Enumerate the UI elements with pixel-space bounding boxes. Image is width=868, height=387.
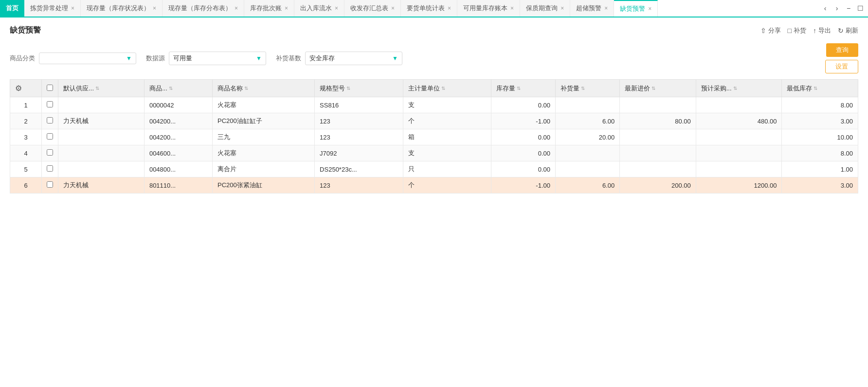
- table-row: 1 0000042 火花塞 SS816 支 0.00 8.00: [10, 97, 858, 113]
- col-checkbox[interactable]: [42, 80, 58, 97]
- page-content: 缺货预警 ⇧ 分享 □ 补货 ↑ 导出 ↻ 刷新 商品分类: [0, 18, 868, 387]
- col-item-name-sort-icon[interactable]: ⇅: [244, 86, 248, 91]
- tab-available-label: 可用量库存账本: [463, 4, 507, 13]
- col-stock-sort-icon[interactable]: ⇅: [517, 86, 521, 91]
- tab-exception-label: 拣货异常处理: [30, 4, 68, 13]
- replenish-button[interactable]: □ 补货: [788, 26, 806, 35]
- row-item-name-2: PC200油缸缸子: [213, 113, 315, 129]
- tab-shortage[interactable]: 缺货预警 ×: [614, 0, 658, 17]
- tab-inventory-dist-close[interactable]: ×: [235, 5, 238, 12]
- table-row: 6 力天机械 801110... PC200张紧油缸 123 个 -1.00 6…: [10, 177, 858, 194]
- filter-datasource-select[interactable]: 可用量 ▼: [169, 52, 266, 65]
- col-replenish-sort-icon[interactable]: ⇅: [581, 86, 585, 91]
- row-est-purchase-1: [696, 97, 782, 113]
- row-replenish-5: [555, 161, 619, 177]
- row-item-name-5: 离合片: [213, 161, 315, 177]
- col-est-purchase-sort-icon[interactable]: ⇅: [733, 86, 737, 91]
- tab-overstock-close[interactable]: ×: [604, 5, 608, 12]
- row-stock-6: -1.00: [491, 177, 555, 194]
- filter-datasource-group: 数据源 可用量 ▼: [146, 52, 266, 65]
- col-item-code-sort-icon[interactable]: ⇅: [169, 86, 173, 91]
- tab-home[interactable]: 首页: [0, 0, 24, 17]
- select-all-checkbox[interactable]: [47, 85, 53, 91]
- tab-maximize[interactable]: ☐: [854, 2, 866, 14]
- tab-expiry-close[interactable]: ×: [561, 5, 564, 12]
- row-checkbox-1[interactable]: [42, 97, 58, 113]
- tab-inout[interactable]: 出入库流水 ×: [294, 0, 344, 17]
- filter-category-select[interactable]: ▼: [39, 53, 136, 64]
- table-header-row: ⚙ 默认供应... ⇅ 商品... ⇅: [10, 80, 858, 97]
- row-unit-5: 只: [403, 161, 491, 177]
- row-check-4[interactable]: [47, 149, 53, 156]
- tab-receipt[interactable]: 收发存汇总表 ×: [344, 0, 401, 17]
- tab-inventory-status-close[interactable]: ×: [153, 5, 156, 12]
- tab-inventory-dist-label: 现存量（库存分布表）: [168, 4, 232, 13]
- tab-inventory-dist[interactable]: 现存量（库存分布表） ×: [163, 0, 244, 17]
- row-num-1: 1: [10, 97, 42, 113]
- header-actions: ⇧ 分享 □ 补货 ↑ 导出 ↻ 刷新: [760, 26, 858, 35]
- tab-inout-close[interactable]: ×: [335, 5, 338, 12]
- row-supplier-3: [58, 129, 145, 145]
- row-checkbox-4[interactable]: [42, 145, 58, 161]
- tab-shortage-close[interactable]: ×: [648, 5, 651, 12]
- row-stock-2: -1.00: [491, 113, 555, 129]
- tab-expiry[interactable]: 保质期查询 ×: [520, 0, 570, 17]
- row-num-4: 4: [10, 145, 42, 161]
- row-check-5[interactable]: [47, 165, 53, 172]
- row-min-stock-3: 10.00: [782, 129, 858, 145]
- col-min-stock-label: 最低库存: [787, 84, 812, 93]
- row-num-2: 2: [10, 113, 42, 129]
- tab-available-close[interactable]: ×: [510, 5, 514, 12]
- tab-scroll-right[interactable]: ›: [831, 2, 843, 14]
- export-button[interactable]: ↑ 导出: [813, 26, 831, 35]
- col-spec-sort-icon[interactable]: ⇅: [346, 86, 350, 91]
- tab-receipt-close[interactable]: ×: [391, 5, 395, 12]
- row-checkbox-3[interactable]: [42, 129, 58, 145]
- col-supplier-sort-icon[interactable]: ⇅: [95, 86, 99, 91]
- col-latest-price-sort-icon[interactable]: ⇅: [651, 86, 655, 91]
- row-check-3[interactable]: [47, 133, 53, 140]
- col-unit-sort-icon[interactable]: ⇅: [441, 86, 445, 91]
- tab-scroll-left[interactable]: ‹: [819, 2, 831, 14]
- filter-replenish-base-label: 补货基数: [276, 54, 301, 63]
- tab-order-stats-close[interactable]: ×: [448, 5, 451, 12]
- tab-exception-close[interactable]: ×: [71, 5, 74, 12]
- row-checkbox-6[interactable]: [42, 177, 58, 194]
- col-item-name: 商品名称 ⇅: [213, 80, 315, 97]
- tab-overstock[interactable]: 超储预警 ×: [570, 0, 614, 17]
- tab-nav-buttons: ‹ › − ☐: [819, 2, 868, 14]
- table-settings-icon[interactable]: ⚙: [15, 84, 22, 92]
- row-check-1[interactable]: [47, 101, 53, 107]
- row-checkbox-5[interactable]: [42, 161, 58, 177]
- filter-replenish-base-value: 安全库存: [309, 54, 335, 63]
- row-est-purchase-5: [696, 161, 782, 177]
- row-stock-3: 0.00: [491, 129, 555, 145]
- row-num-6: 6: [10, 177, 42, 194]
- settings-button[interactable]: 设置: [825, 60, 858, 73]
- refresh-button[interactable]: ↻ 刷新: [838, 26, 858, 35]
- share-label: 分享: [768, 26, 781, 35]
- tab-expiry-label: 保质期查询: [526, 4, 558, 13]
- row-replenish-2: 6.00: [555, 113, 619, 129]
- row-check-2[interactable]: [47, 117, 53, 123]
- row-check-6[interactable]: [47, 181, 53, 188]
- share-button[interactable]: ⇧ 分享: [760, 26, 781, 35]
- tab-inventory-status[interactable]: 现存量（库存状况表） ×: [81, 0, 163, 17]
- filter-replenish-base-select[interactable]: 安全库存 ▼: [305, 52, 402, 65]
- tab-batch[interactable]: 库存批次账 ×: [244, 0, 294, 17]
- row-latest-price-6: 200.00: [620, 177, 696, 194]
- row-item-name-1: 火花塞: [213, 97, 315, 113]
- tab-minimize[interactable]: −: [843, 2, 854, 14]
- col-settings[interactable]: ⚙: [10, 80, 42, 97]
- tab-batch-close[interactable]: ×: [285, 5, 288, 12]
- row-item-code-4: 004600...: [144, 145, 212, 161]
- tab-exception[interactable]: 拣货异常处理 ×: [24, 0, 81, 17]
- tab-order-stats[interactable]: 要货单统计表 ×: [401, 0, 457, 17]
- refresh-label: 刷新: [846, 26, 858, 35]
- col-min-stock-sort-icon[interactable]: ⇅: [814, 86, 817, 91]
- tab-inout-label: 出入库流水: [300, 4, 332, 13]
- query-button[interactable]: 查询: [826, 43, 858, 57]
- tab-available[interactable]: 可用量库存账本 ×: [457, 0, 520, 17]
- filter-datasource-value: 可用量: [173, 54, 192, 63]
- row-checkbox-2[interactable]: [42, 113, 58, 129]
